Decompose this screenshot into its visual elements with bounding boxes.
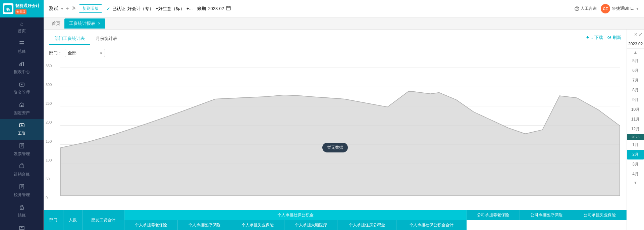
data-table: 部门 人数 应发工资合计 个人承担社保公积金 公司承担养老保险 公司承担医疗保险… bbox=[44, 210, 627, 230]
topbar-title: 测试 bbox=[49, 6, 58, 12]
tax-icon bbox=[19, 184, 24, 191]
month-nav-down[interactable]: ▼ bbox=[627, 179, 644, 186]
sidebar-label-funds: 资金管理 bbox=[14, 90, 30, 95]
svg-rect-3 bbox=[19, 43, 24, 44]
invoice-icon bbox=[19, 143, 24, 150]
svg-rect-7 bbox=[23, 62, 24, 66]
sidebar-item-home[interactable]: ⌂ 首页 bbox=[0, 17, 44, 37]
calendar-icon[interactable] bbox=[226, 6, 231, 11]
sidebar-item-sales[interactable]: 进销台账 bbox=[0, 160, 44, 181]
download-btn[interactable]: ↓ 下载 bbox=[586, 35, 603, 41]
svg-rect-4 bbox=[19, 45, 24, 45]
tab-home[interactable]: 首页 bbox=[49, 18, 63, 29]
closing-icon bbox=[19, 204, 24, 211]
sidebar-label-salary: 工资 bbox=[18, 131, 26, 136]
sidebar-nav: ⌂ 首页 总账 报表中心 资金管理 固定资产 bbox=[0, 17, 44, 230]
chart-area: 350 300 250 200 150 100 50 0 bbox=[44, 60, 627, 210]
close-btn[interactable]: × bbox=[634, 32, 637, 38]
month-2-active[interactable]: 2月 bbox=[627, 150, 644, 159]
month-3[interactable]: 3月 bbox=[627, 159, 644, 169]
sidebar: 畅 畅捷通好会计 专业版 ⌂ 首页 总账 报表中心 bbox=[0, 0, 44, 230]
sidebar-item-archive[interactable]: 归档管理 bbox=[0, 222, 44, 230]
th-personal-group: 个人承担社保公积金 bbox=[124, 210, 467, 220]
main-area: 测试 ▾ + 切到旧版 ✓ 已认证 好会计（专） +好生意（标） +... 账期… bbox=[44, 0, 644, 230]
topbar-settings-btn[interactable] bbox=[71, 6, 76, 12]
edition-badge: 专业版 bbox=[15, 9, 26, 14]
month-1[interactable]: 1月 bbox=[627, 140, 644, 150]
user-area: CE 轻捷通B组... ▾ bbox=[601, 4, 639, 13]
sub-tab-dept[interactable]: 部门工资统计表 bbox=[49, 33, 90, 45]
home-icon: ⌂ bbox=[20, 21, 23, 27]
svg-rect-13 bbox=[20, 165, 24, 168]
window-controls: × ⤢ bbox=[627, 30, 644, 40]
sidebar-item-reports[interactable]: 报表中心 bbox=[0, 58, 44, 78]
sidebar-item-ledger[interactable]: 总账 bbox=[0, 37, 44, 58]
topbar-status: ✓ 已认证 好会计（专） +好生意（标） +... 账期 2023-02 bbox=[106, 6, 231, 12]
month-10[interactable]: 10月 bbox=[627, 105, 644, 114]
user-avatar: CE bbox=[601, 4, 610, 13]
th-unemployment: 个人承担失业保险 bbox=[231, 220, 284, 230]
svg-point-9 bbox=[21, 84, 22, 85]
sidebar-item-closing[interactable]: 结账 bbox=[0, 201, 44, 222]
salary-icon bbox=[19, 123, 24, 129]
dept-label: 部门： bbox=[49, 50, 62, 56]
month-4[interactable]: 4月 bbox=[627, 169, 644, 179]
content-main: 部门工资统计表 月份统计表 ↓ 下载 刷新 bbox=[44, 30, 627, 230]
help-btn[interactable]: 人工咨询 bbox=[575, 6, 597, 11]
svg-rect-10 bbox=[21, 105, 22, 107]
period-label: 账期 bbox=[197, 6, 206, 12]
th-dept: 部门 bbox=[44, 210, 63, 230]
content-wrapper: 部门工资统计表 月份统计表 ↓ 下载 刷新 bbox=[44, 30, 644, 230]
sidebar-label-home: 首页 bbox=[18, 28, 26, 34]
svg-point-16 bbox=[21, 208, 22, 209]
dept-select[interactable]: 全部 bbox=[65, 49, 105, 57]
month-6[interactable]: 6月 bbox=[627, 66, 644, 76]
svg-rect-2 bbox=[19, 41, 24, 42]
svg-point-22 bbox=[73, 7, 75, 9]
chart-svg bbox=[60, 64, 620, 200]
sidebar-label-sales: 进销台账 bbox=[14, 172, 30, 177]
certified-dot: ✓ bbox=[106, 6, 110, 11]
refresh-btn[interactable]: 刷新 bbox=[607, 35, 621, 41]
sidebar-item-invoice[interactable]: 发票管理 bbox=[0, 140, 44, 160]
toolbar-left: 部门： 全部 bbox=[49, 49, 105, 57]
th-major-medical: 个人承担大额医疗 bbox=[284, 220, 337, 230]
topbar-add-btn[interactable]: + bbox=[66, 6, 69, 12]
sidebar-item-salary[interactable]: 工资 bbox=[0, 119, 44, 140]
month-9[interactable]: 9月 bbox=[627, 95, 644, 105]
status-more: +... bbox=[186, 6, 193, 11]
y-axis: 350 300 250 200 150 100 50 0 bbox=[46, 64, 52, 200]
sidebar-label-closing: 结账 bbox=[18, 213, 26, 218]
month-11[interactable]: 11月 bbox=[627, 114, 644, 124]
th-medical: 个人承担医疗保险 bbox=[178, 220, 231, 230]
sidebar-item-tax[interactable]: 税务管理 bbox=[0, 181, 44, 201]
month-nav-up[interactable]: ▲ bbox=[627, 49, 644, 56]
sidebar-label-reports: 报表中心 bbox=[14, 69, 30, 75]
topbar-dropdown-arrow[interactable]: ▾ bbox=[61, 6, 63, 11]
svg-rect-5 bbox=[19, 64, 20, 66]
period-value: 2023-02 bbox=[208, 6, 224, 11]
month-8[interactable]: 8月 bbox=[627, 85, 644, 95]
th-sub-0: 公司承担养老保险 bbox=[467, 210, 520, 220]
expand-btn[interactable]: ⤢ bbox=[639, 32, 643, 38]
month-7[interactable]: 7月 bbox=[627, 76, 644, 85]
sidebar-label-ledger: 总账 bbox=[18, 49, 26, 54]
status-business: +好生意（标） bbox=[156, 6, 184, 12]
th-housing-fund: 个人承担住房公积金 bbox=[337, 220, 396, 230]
tab-salary-report[interactable]: 工资统计报表 × bbox=[64, 18, 105, 29]
sidebar-item-assets[interactable]: 固定资产 bbox=[0, 99, 44, 119]
status-certified: 已认证 bbox=[112, 6, 125, 12]
sidebar-logo: 畅 畅捷通好会计 专业版 bbox=[0, 0, 44, 17]
dept-select-wrapper: 全部 bbox=[65, 49, 105, 57]
month-12[interactable]: 12月 bbox=[627, 124, 644, 134]
sub-tab-monthly[interactable]: 月份统计表 bbox=[90, 33, 123, 45]
th-social-total: 个人承担社保公积金合计 bbox=[396, 220, 467, 230]
sub-tab-actions: ↓ 下载 刷新 bbox=[586, 35, 621, 43]
right-sidebar: × ⤢ 2023.02 ▲ 5月 6月 7月 8月 9月 10月 11月 12月… bbox=[627, 30, 644, 230]
month-5[interactable]: 5月 bbox=[627, 56, 644, 66]
sidebar-item-funds[interactable]: 资金管理 bbox=[0, 78, 44, 99]
switch-old-btn[interactable]: 切到旧版 bbox=[79, 4, 102, 13]
tab-close-btn[interactable]: × bbox=[98, 21, 101, 26]
user-dropdown-icon[interactable]: ▾ bbox=[636, 6, 639, 11]
user-name[interactable]: 轻捷通B组... bbox=[612, 6, 634, 11]
